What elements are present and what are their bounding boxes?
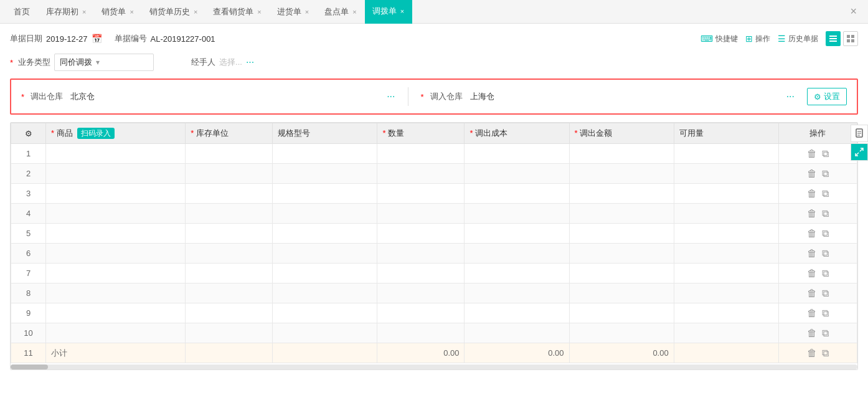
sidebar-expand-button[interactable] (851, 143, 868, 161)
tab-sales-history[interactable]: 销货单历史 × (142, 0, 205, 24)
amount-cell[interactable] (569, 264, 674, 283)
qty-cell[interactable] (377, 323, 465, 343)
tab-close-purchase-order[interactable]: × (305, 8, 309, 16)
delete-icon[interactable]: 🗑 (807, 348, 817, 359)
scroll-thumb[interactable] (11, 364, 48, 369)
copy-icon[interactable]: ⧉ (822, 168, 829, 179)
delete-icon[interactable]: 🗑 (807, 168, 817, 179)
tab-sales-order[interactable]: 销货单 × (94, 0, 141, 24)
unit-cell[interactable] (186, 184, 273, 204)
calendar-icon[interactable]: 📅 (92, 34, 102, 44)
qty-cell[interactable] (377, 204, 465, 224)
spec-cell[interactable] (273, 244, 377, 264)
copy-icon[interactable]: ⧉ (822, 328, 829, 339)
product-cell[interactable] (46, 224, 186, 244)
unit-cell[interactable] (186, 264, 273, 283)
delete-icon[interactable]: 🗑 (807, 268, 817, 279)
product-cell[interactable] (46, 283, 186, 303)
available-cell[interactable] (674, 323, 778, 343)
qty-cell[interactable] (377, 264, 465, 283)
tab-view-sales[interactable]: 查看销货单 × (205, 0, 269, 24)
copy-icon[interactable]: ⧉ (822, 148, 829, 159)
spec-cell[interactable] (273, 204, 377, 224)
tab-close-transfer-order[interactable]: × (400, 7, 404, 15)
tab-close-inventory-init[interactable]: × (82, 8, 86, 16)
unit-cell[interactable] (186, 224, 273, 244)
business-type-select[interactable]: 同价调拨 ▾ (54, 54, 154, 71)
unit-cell[interactable] (186, 244, 273, 264)
amount-cell[interactable] (569, 184, 674, 204)
spec-cell[interactable] (273, 224, 377, 244)
available-cell[interactable] (674, 244, 778, 264)
product-cell[interactable] (46, 323, 186, 343)
spec-cell[interactable] (273, 303, 377, 323)
amount-cell[interactable] (569, 144, 674, 164)
delete-icon[interactable]: 🗑 (807, 328, 817, 339)
unit-cell[interactable] (186, 204, 273, 224)
shortcut-button[interactable]: ⌨ 快捷键 (701, 34, 738, 44)
settings-button[interactable]: ⚙ 设置 (807, 88, 847, 105)
sidebar-doc-button[interactable] (851, 125, 868, 142)
copy-icon[interactable]: ⧉ (822, 188, 829, 199)
product-cell[interactable] (46, 303, 186, 323)
scan-button[interactable]: 扫码录入 (77, 128, 115, 139)
amount-cell[interactable] (569, 283, 674, 303)
copy-icon[interactable]: ⧉ (822, 308, 829, 319)
tab-purchase-order[interactable]: 进货单 × (270, 0, 317, 24)
available-cell[interactable] (674, 184, 778, 204)
spec-cell[interactable] (273, 283, 377, 303)
copy-icon[interactable]: ⧉ (822, 248, 829, 259)
tab-close-inventory-check[interactable]: × (352, 8, 356, 16)
transfer-out-more-button[interactable]: ··· (387, 91, 395, 102)
delete-icon[interactable]: 🗑 (807, 208, 817, 219)
transfer-in-more-button[interactable]: ··· (786, 91, 795, 102)
tab-home[interactable]: 首页 (5, 0, 39, 24)
available-cell[interactable] (674, 204, 778, 224)
copy-icon[interactable]: ⧉ (822, 348, 829, 359)
qty-cell[interactable] (377, 144, 465, 164)
unit-cell[interactable] (186, 164, 273, 184)
operation-button[interactable]: ⊞ 操作 (745, 34, 770, 44)
copy-icon[interactable]: ⧉ (822, 268, 829, 279)
qty-cell[interactable] (377, 224, 465, 244)
cost-cell[interactable] (465, 303, 569, 323)
copy-icon[interactable]: ⧉ (822, 208, 829, 219)
horizontal-scrollbar[interactable] (11, 364, 857, 369)
history-button[interactable]: ☰ 历史单据 (778, 34, 818, 44)
qty-cell[interactable] (377, 164, 465, 184)
spec-cell[interactable] (273, 184, 377, 204)
cost-cell[interactable] (465, 264, 569, 283)
amount-cell[interactable] (569, 303, 674, 323)
available-cell[interactable] (674, 224, 778, 244)
amount-cell[interactable] (569, 323, 674, 343)
cost-cell[interactable] (465, 323, 569, 343)
product-cell[interactable] (46, 204, 186, 224)
qty-cell[interactable] (377, 283, 465, 303)
cost-cell[interactable] (465, 204, 569, 224)
th-settings[interactable]: ⚙ (11, 123, 46, 144)
product-cell[interactable] (46, 144, 186, 164)
delete-icon[interactable]: 🗑 (807, 288, 817, 299)
grid-view-button[interactable] (843, 31, 858, 46)
amount-cell[interactable] (569, 204, 674, 224)
delete-icon[interactable]: 🗑 (807, 188, 817, 199)
spec-cell[interactable] (273, 164, 377, 184)
amount-cell[interactable] (569, 224, 674, 244)
qty-cell[interactable] (377, 244, 465, 264)
close-all-button[interactable]: × (844, 5, 863, 18)
tab-inventory-check[interactable]: 盘点单 × (317, 0, 364, 24)
tab-transfer-order[interactable]: 调拨单 × (365, 0, 412, 24)
delete-icon[interactable]: 🗑 (807, 148, 817, 159)
qty-cell[interactable] (377, 303, 465, 323)
available-cell[interactable] (674, 164, 778, 184)
cost-cell[interactable] (465, 244, 569, 264)
delete-icon[interactable]: 🗑 (807, 308, 817, 319)
manager-more-button[interactable]: ··· (246, 57, 254, 68)
copy-icon[interactable]: ⧉ (822, 228, 829, 239)
delete-icon[interactable]: 🗑 (807, 248, 817, 259)
tab-close-sales-order[interactable]: × (130, 8, 133, 16)
cost-cell[interactable] (465, 283, 569, 303)
list-view-button[interactable] (826, 31, 841, 46)
tab-close-view-sales[interactable]: × (257, 8, 261, 16)
manager-select[interactable]: 选择... (219, 57, 242, 68)
